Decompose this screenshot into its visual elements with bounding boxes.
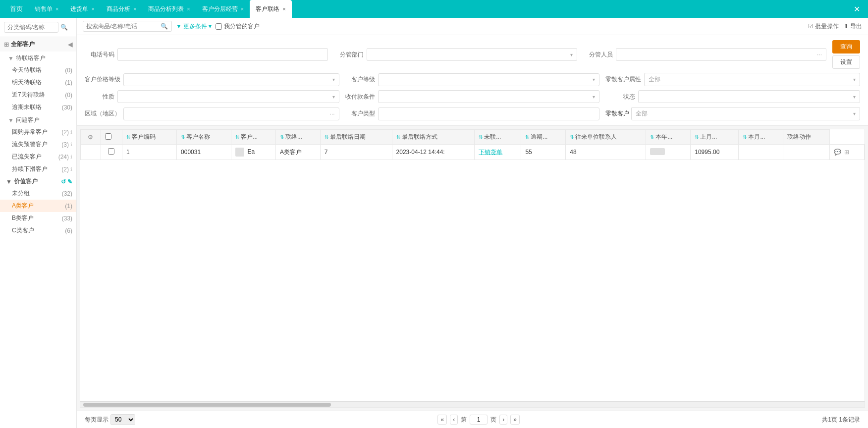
first-page-button[interactable]: «	[437, 415, 447, 425]
chat-icon[interactable]: 💬	[834, 149, 841, 156]
toolbar-search-button[interactable]: 🔍	[161, 23, 168, 30]
filter-phone-input[interactable]	[117, 48, 328, 61]
scroll-track[interactable]	[83, 403, 862, 407]
table-empty-space	[80, 160, 865, 401]
value-customer-group[interactable]: ▼ 价值客户 ↺ ✎	[0, 175, 76, 187]
pending-contact-group[interactable]: ▼ 待联络客户	[0, 52, 76, 64]
nav-tab-customer-contact[interactable]: 客户联络 ×	[250, 0, 291, 18]
sidebar-item-churned[interactable]: 已流失客户 (24) ℹ	[0, 151, 76, 163]
toolbar-search-box[interactable]: 🔍	[83, 21, 172, 32]
row-last-method[interactable]: 下销货单	[475, 145, 521, 160]
filter-retail: 零散客户 全部 ▾	[605, 107, 860, 120]
scroll-thumb[interactable]	[83, 403, 331, 407]
nav-tab-product-analysis[interactable]: 商品分析 ×	[101, 0, 142, 18]
close-sales-tab[interactable]: ×	[55, 6, 58, 12]
sort-name-icon[interactable]: ⇅	[181, 134, 185, 140]
sidebar-item-7day-contact[interactable]: 近7天待联络 (0)	[0, 89, 76, 101]
th-this-month: ⇅本月...	[739, 130, 783, 145]
nav-tab-product-list[interactable]: 商品分析列表 ×	[142, 0, 196, 18]
close-product-analysis-tab[interactable]: ×	[133, 6, 136, 12]
next-page-button[interactable]: ›	[499, 415, 507, 425]
sidebar-item-today-contact[interactable]: 今天待联络 (0)	[0, 64, 76, 76]
nav-tab-customer-segment[interactable]: 客户分层经营 ×	[196, 0, 250, 18]
last-page-button[interactable]: »	[510, 415, 520, 425]
export-button[interactable]: ⬆ 导出	[844, 22, 862, 31]
sort-date-icon[interactable]: ⇅	[325, 134, 328, 140]
sidebar-search-input[interactable]	[4, 22, 58, 33]
sort-contact-icon[interactable]: ⇅	[280, 134, 284, 140]
sidebar-item-b-class[interactable]: B类客户 (33)	[0, 212, 76, 224]
info-icon: ℹ	[70, 129, 72, 135]
toolbar-search-input[interactable]	[86, 23, 161, 30]
edit-icon[interactable]: ✎	[67, 178, 72, 185]
close-product-list-tab[interactable]: ×	[187, 6, 190, 12]
close-customer-contact-tab[interactable]: ×	[282, 6, 285, 12]
sidebar-item-tomorrow-contact[interactable]: 明天待联络 (1)	[0, 76, 76, 89]
nav-home[interactable]: 首页	[4, 0, 29, 18]
prev-page-button[interactable]: ‹	[450, 415, 458, 425]
row-select-checkbox[interactable]	[108, 148, 114, 155]
all-customers-header[interactable]: ⊞ 全部客户 ◀	[0, 37, 76, 52]
horizontal-scrollbar[interactable]	[80, 401, 865, 407]
close-customer-segment-tab[interactable]: ×	[241, 6, 244, 12]
row-this-year: 10995.00	[691, 145, 739, 160]
row-actions: 💬 ⊞	[830, 145, 865, 160]
filter-status: 状态 ▾	[605, 90, 860, 103]
row-index: 1	[122, 145, 176, 160]
filter-payment-input[interactable]: ▾	[378, 90, 600, 103]
sidebar-search-area: 🔍	[0, 18, 76, 37]
filter-dept-input[interactable]: ▾	[367, 48, 577, 61]
sidebar-item-overdue-contact[interactable]: 逾期未联络 (30)	[0, 101, 76, 113]
sidebar-item-c-class[interactable]: C类客户 (6)	[0, 224, 76, 237]
problem-customer-group[interactable]: ▼ 问题客户	[0, 113, 76, 126]
sidebar-search-icon[interactable]: 🔍	[60, 24, 68, 31]
filter-retail-input[interactable]: 全部 ▾	[631, 107, 860, 120]
nav-tab-sales[interactable]: 销售单 ×	[29, 0, 64, 18]
query-button[interactable]: 查询	[832, 40, 860, 54]
sort-code-icon[interactable]: ⇅	[126, 134, 130, 140]
close-purchase-tab[interactable]: ×	[91, 6, 94, 12]
sidebar-item-a-class[interactable]: A类客户 (1)	[0, 200, 76, 212]
row-checkbox[interactable]	[101, 145, 122, 160]
sort-year-icon[interactable]: ⇅	[650, 134, 654, 140]
name-avatar	[235, 148, 244, 157]
filter-person: 分管人员 ···	[583, 48, 826, 61]
last-method-link[interactable]: 下销货单	[479, 149, 502, 156]
more-filter-button[interactable]: ▼ 更多条件 ▾	[176, 22, 212, 31]
nav-tab-purchase[interactable]: 进货单 ×	[64, 0, 100, 18]
batch-operation-button[interactable]: ☑ 批量操作	[808, 22, 839, 31]
th-gear[interactable]: ⚙	[81, 130, 101, 145]
qr-icon[interactable]: ⊞	[844, 149, 849, 156]
th-this-year: ⇅本年...	[646, 130, 691, 145]
sort-thismonth-icon[interactable]: ⇅	[743, 134, 747, 140]
my-customers-check[interactable]	[216, 23, 222, 30]
my-customers-checkbox[interactable]: 我分管的客户	[216, 22, 260, 31]
filter-region-input[interactable]: ···	[123, 107, 339, 120]
sort-overdue-icon[interactable]: ⇅	[525, 134, 529, 140]
sort-nocontact-icon[interactable]: ⇅	[479, 134, 483, 140]
filter-nature-input[interactable]: ▾	[117, 90, 339, 103]
sidebar-item-declining[interactable]: 持续下滑客户 (2) ℹ	[0, 163, 76, 175]
filter-retail-attr-input[interactable]: 全部 ▾	[644, 73, 860, 86]
filter-row-2: 客户价格等级 ▾ 客户等级 ▾ 零散客户属性 全部 ▾	[85, 73, 860, 86]
select-all-checkbox[interactable]	[105, 133, 111, 140]
sort-lastmonth-icon[interactable]: ⇅	[695, 134, 699, 140]
sidebar-item-churn-warning[interactable]: 流失预警客户 (3) ℹ	[0, 138, 76, 151]
refresh-icon[interactable]: ↺	[61, 178, 66, 185]
setting-button[interactable]: 设置	[832, 55, 860, 69]
filter-person-input[interactable]: ···	[616, 48, 826, 61]
per-page-select[interactable]: 50 100 200	[110, 414, 135, 425]
sort-company-icon[interactable]: ⇅	[570, 134, 574, 140]
sort-type-icon[interactable]: ⇅	[235, 134, 239, 140]
sidebar-item-repurchase-abnormal[interactable]: 回购异常客户 (2) ℹ	[0, 126, 76, 138]
sort-method-icon[interactable]: ⇅	[396, 134, 400, 140]
th-overdue: ⇅逾期...	[521, 130, 566, 145]
th-checkbox[interactable]	[101, 130, 122, 145]
window-close-button[interactable]: ✕	[849, 1, 864, 16]
filter-customer-type-input[interactable]	[378, 107, 600, 120]
filter-status-input[interactable]: ▾	[638, 90, 860, 103]
filter-customer-level-input[interactable]: ▾	[378, 73, 600, 86]
page-input[interactable]	[470, 415, 488, 425]
filter-price-level-input[interactable]: ▾	[123, 73, 339, 86]
sidebar-item-ungrouped[interactable]: 未分组 (32)	[0, 187, 76, 200]
